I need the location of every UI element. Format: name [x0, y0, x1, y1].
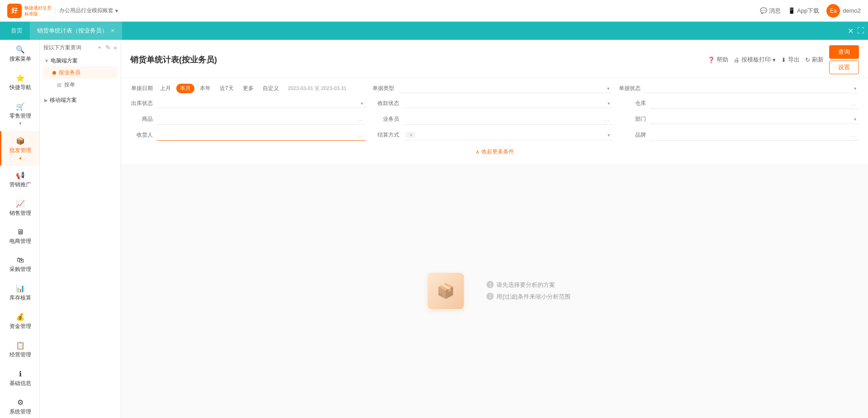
salesperson-dots[interactable]: …: [604, 115, 610, 123]
avatar: Ea: [826, 4, 840, 18]
operations-icon: 📋: [16, 341, 25, 350]
print-link[interactable]: 🖨 按模板打印 ▾: [734, 56, 776, 64]
order-status-select[interactable]: ▾: [644, 84, 859, 93]
goods-dots[interactable]: …: [357, 115, 363, 123]
sidebar-item-operations[interactable]: 📋 经营管理: [0, 336, 39, 364]
message-link[interactable]: 💬 消息: [760, 7, 781, 15]
hint-num-1: 1: [486, 281, 494, 288]
sidebar-item-finance-label: 资金管理: [9, 323, 31, 330]
date-tab-more[interactable]: 更多: [239, 84, 257, 93]
date-tab-lastmonth[interactable]: 上月: [156, 84, 175, 93]
sidebar-item-finance[interactable]: 💰 资金管理: [0, 307, 39, 336]
user-menu[interactable]: Ea demo2: [826, 4, 861, 18]
sidebar-item-sales[interactable]: 📈 销售管理: [0, 194, 39, 223]
date-tab-custom[interactable]: 自定义: [259, 84, 283, 93]
sidebar-item-inventory-label: 库存核算: [9, 294, 31, 302]
retail-expand-icon: ▼: [19, 121, 23, 126]
sidebar-item-ecommerce-label: 电商管理: [9, 238, 31, 245]
settlement-tag[interactable]: ×: [406, 132, 415, 138]
collapse-panel-btn[interactable]: «: [113, 44, 117, 51]
dept-select[interactable]: ▾: [650, 115, 859, 124]
order-type-arrow: ▾: [607, 86, 609, 91]
filter-row-4: 收货人 … 结算方式 × ▾ 品牌 …: [130, 129, 859, 141]
refresh-link[interactable]: ↻ 刷新: [805, 56, 824, 64]
retail-icon: 🛒: [16, 102, 25, 111]
date-tabs: 上月 本月 本年 近7天 更多 自定义: [156, 84, 283, 93]
app-download-link[interactable]: 📱 App下载: [788, 7, 819, 15]
tab-home[interactable]: 首页: [4, 22, 30, 40]
tab-bar: 首页 销货单统计表（按业务员） ✕ ✕ ⛶: [0, 22, 868, 40]
empty-box-icon: [428, 273, 464, 309]
out-status-select[interactable]: ▾: [156, 99, 366, 108]
app-download-label: App下载: [797, 7, 819, 15]
empty-state: 1 请先选择要分析的方案 2 用[过滤]条件来缩小分析范围: [121, 164, 868, 418]
pc-expand-icon: ▼: [44, 58, 49, 63]
left-panel-title: 按以下方案查询: [43, 44, 81, 52]
goods-input[interactable]: …: [156, 114, 366, 125]
tab-close-icon[interactable]: ✕: [110, 28, 115, 34]
breadcrumb-text: 办公用品行业模拟账套: [59, 7, 113, 14]
add-scheme-btn[interactable]: ＋: [96, 43, 103, 52]
print-dropdown-icon[interactable]: ▾: [773, 57, 776, 63]
scheme-item-by-salesperson[interactable]: 按业务员: [43, 66, 117, 79]
order-type-select[interactable]: ▾: [398, 84, 613, 93]
settlement-control[interactable]: × ▾: [403, 130, 612, 140]
date-tab-thismonth[interactable]: 本月: [176, 84, 194, 93]
sidebar-item-search[interactable]: 🔍 搜索菜单: [0, 40, 39, 68]
wholesale-icon: 📦: [16, 137, 25, 145]
help-label: 帮助: [717, 56, 728, 64]
window-close-icon[interactable]: ✕: [848, 27, 854, 35]
consignee-dots[interactable]: …: [357, 131, 363, 138]
help-link[interactable]: ❓ 帮助: [708, 56, 728, 64]
scheme-group-pc-header[interactable]: ▼ 电脑端方案: [43, 55, 117, 66]
tab-report[interactable]: 销货单统计表（按业务员） ✕: [30, 22, 122, 40]
export-link[interactable]: ⬇ 导出: [781, 56, 800, 64]
content-area: 按以下方案查询 ＋ ✎ « ▼ 电脑端方案 按业务员 ⊞: [40, 40, 868, 418]
brand-input[interactable]: …: [650, 129, 859, 141]
window-expand-icon[interactable]: ⛶: [857, 27, 864, 35]
sidebar-item-ecommerce[interactable]: 🖥 电商管理: [0, 223, 39, 251]
warehouse-input[interactable]: …: [650, 98, 859, 109]
wholesale-expand-icon: ▲: [19, 156, 23, 160]
filter-row-2: 出库状态 ▾ 收款状态 ▾ 仓库 …: [130, 98, 859, 109]
sidebar-item-system[interactable]: ⚙ 系统管理: [0, 393, 39, 418]
sidebar-item-marketing-label: 营销推广: [9, 181, 31, 189]
print-label: 按模板打印: [741, 56, 771, 64]
salesperson-input[interactable]: …: [403, 114, 612, 125]
breadcrumb-dropdown-icon[interactable]: ▾: [115, 8, 118, 14]
date-control: 上月 本月 本年 近7天 更多 自定义 2023-03-01 至 2023-03…: [156, 84, 366, 93]
date-tab-7days[interactable]: 近7天: [216, 84, 237, 93]
breadcrumb[interactable]: 办公用品行业模拟账套 ▾: [59, 7, 118, 14]
date-tab-thisyear[interactable]: 本年: [196, 84, 214, 93]
scheme-active-label: 按业务员: [59, 69, 80, 76]
sidebar-item-wholesale[interactable]: 📦 批发管理 ▲: [0, 131, 39, 166]
scheme-group-mobile-header[interactable]: ▶ 移动端方案: [43, 95, 117, 106]
payment-status-select[interactable]: ▾: [403, 99, 612, 108]
sidebar-item-retail[interactable]: 🛒 零售管理 ▼: [0, 97, 39, 131]
sidebar-item-purchase[interactable]: 🛍 采购管理: [0, 251, 39, 279]
scheme-sub-item-by-order[interactable]: ⊞ 按单: [43, 79, 117, 91]
sidebar-item-basic-info[interactable]: ℹ 基础信息: [0, 364, 39, 393]
goods-label: 商品: [130, 115, 153, 123]
salesperson-label: 业务员: [377, 115, 399, 123]
refresh-icon: ↻: [805, 57, 810, 63]
sidebar-item-quicknav[interactable]: ⭐ 快捷导航: [0, 68, 39, 97]
empty-hint-2: 2 用[过滤]条件来缩小分析范围: [486, 293, 570, 301]
warehouse-label: 仓库: [623, 100, 646, 107]
brand-dots[interactable]: …: [850, 131, 856, 138]
sidebar-item-marketing[interactable]: 📢 营销推广: [0, 166, 39, 194]
sidebar-item-inventory[interactable]: 📊 库存核算: [0, 279, 39, 307]
out-status-label: 出库状态: [130, 100, 153, 107]
collapse-button[interactable]: ∧ 收起更多条件: [473, 145, 517, 158]
settlement-tag-close[interactable]: ×: [410, 132, 412, 138]
query-button[interactable]: 查询: [829, 45, 859, 59]
consignee-input[interactable]: …: [156, 129, 366, 141]
basic-info-icon: ℹ: [19, 370, 22, 378]
warehouse-dots[interactable]: …: [850, 100, 856, 107]
edit-scheme-btn[interactable]: ✎: [105, 44, 111, 51]
quicknav-icon: ⭐: [16, 74, 25, 82]
active-dot: [52, 71, 56, 75]
right-content: 销货单统计表(按业务员) ❓ 帮助 🖨 按模板打印 ▾ ⬇ 导出: [121, 40, 868, 418]
sidebar-item-purchase-label: 采购管理: [9, 266, 31, 273]
settings-button[interactable]: 设置: [829, 61, 859, 74]
